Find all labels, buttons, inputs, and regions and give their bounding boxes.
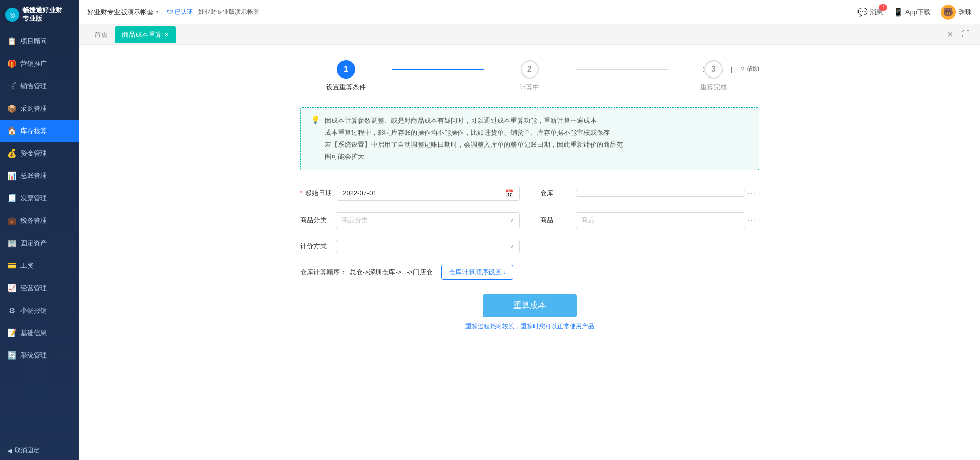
account-name: 好业财专业版演示帐套 [87, 8, 154, 17]
shield-icon: 🛡 [167, 9, 173, 16]
basic-icon: 📝 [7, 328, 16, 338]
submit-area: 重算成本 重算过程耗时较长，重算时您可以正常使用产品 [300, 294, 760, 331]
sidebar-item-operation[interactable]: 📈 经营管理 [0, 277, 79, 299]
step-1-circle: 1 [337, 60, 355, 79]
start-date-input[interactable]: 2022-07-01 📅 [337, 186, 519, 201]
form-row-3: 计价方式 ∨ [300, 240, 760, 253]
verified-label: 已认证 [175, 8, 193, 16]
expense-icon: ⚙ [7, 306, 16, 315]
logo-title: 畅捷通好业财 [22, 6, 62, 15]
close-window-icon[interactable]: ✕ [945, 29, 955, 40]
sidebar-item-accounting[interactable]: 📊 总账管理 [0, 165, 79, 187]
logo-text: 畅捷通好业财 专业版 [22, 6, 62, 23]
logo-subtitle: 专业版 [22, 15, 62, 23]
app-download-btn[interactable]: 📱 App下载 [893, 7, 930, 17]
submit-btn[interactable]: 重算成本 [483, 294, 577, 317]
category-field: 商品分类 商品分类 ∨ [300, 212, 520, 228]
warehouse-field: 仓库 ··· [540, 189, 760, 198]
sales-icon: 🛒 [7, 82, 16, 91]
notice-text: 因成本计算参数调整、或是对商品成本有疑问时，可以通过成本重算功能，重新计算一遍成… [325, 115, 623, 163]
logo-icon: ◎ [5, 8, 19, 22]
sidebar-item-label: 小畅报销 [20, 306, 47, 315]
calc-order-row: 仓库计算顺序： 总仓->深圳仓库->...->门店仓 仓库计算顺序设置 › [300, 265, 760, 280]
sidebar-item-basic[interactable]: 📝 基础信息 [0, 322, 79, 344]
page-content: 1 设置重算条件 2 计算中 3 重算完成 [79, 45, 980, 460]
tab-controls: ✕ ⛶ [945, 29, 972, 40]
submit-hint: 重算过程耗时较长，重算时您可以正常使用产品 [465, 322, 594, 331]
sidebar-item-label: 税务管理 [20, 216, 47, 225]
message-btn[interactable]: 💬 消息 1 [857, 7, 883, 17]
topbar-account[interactable]: 好业财专业版演示帐套 ▾ [87, 8, 159, 17]
salary-icon: 💳 [7, 261, 16, 270]
category-select[interactable]: 商品分类 ∨ [336, 212, 520, 228]
sidebar-item-invoice[interactable]: 🧾 发票管理 [0, 187, 79, 210]
step-2: 2 计算中 [484, 60, 576, 92]
category-label: 商品分类 [300, 216, 331, 225]
sidebar-item-salary[interactable]: 💳 工资 [0, 254, 79, 277]
unpin-label: 取消固定 [15, 446, 39, 455]
warehouse-dots-btn[interactable]: ··· [745, 189, 759, 198]
product-dots-btn[interactable]: ··· [745, 216, 759, 225]
tab-home-label: 首页 [94, 30, 108, 39]
sidebar-item-finance[interactable]: 💰 资金管理 [0, 142, 79, 165]
topbar-left: 好业财专业版演示帐套 ▾ 🛡 已认证 好业财专业版演示帐套 [87, 8, 857, 17]
unpin-icon: ◀ [7, 447, 12, 454]
help-divider: | [731, 65, 732, 73]
sidebar-item-label: 经营管理 [20, 284, 47, 293]
topbar-user[interactable]: 🐻 珠珠 [941, 5, 972, 20]
help-link[interactable]: ? 帮助 [741, 64, 759, 73]
sidebar-item-label: 销售管理 [20, 82, 47, 91]
category-arrow-icon: ∨ [510, 217, 514, 223]
step-2-label: 计算中 [520, 83, 540, 92]
tab-cost-recalc[interactable]: 商品成本重算 × [115, 26, 176, 43]
start-date-value: 2022-07-01 [342, 189, 377, 197]
tax-icon: 💼 [7, 216, 16, 225]
start-date-field: * 起始日期 2022-07-01 📅 [300, 186, 520, 201]
sidebar-item-label: 采购管理 [20, 104, 47, 113]
topbar-verified: 🛡 已认证 [167, 8, 193, 16]
step-1-label: 设置重算条件 [326, 83, 366, 92]
marketing-icon: 🎁 [7, 59, 16, 68]
product-input[interactable]: 商品 [576, 212, 746, 228]
pricing-field: 计价方式 ∨ [300, 240, 520, 253]
warehouse-input[interactable] [576, 190, 746, 197]
product-placeholder: 商品 [581, 216, 595, 225]
sidebar-item-marketing[interactable]: 🎁 营销推广 [0, 53, 79, 75]
message-icon: 💬 [857, 7, 868, 17]
main-area: 好业财专业版演示帐套 ▾ 🛡 已认证 好业财专业版演示帐套 💬 消息 1 📱 A… [79, 0, 980, 460]
calc-order-btn-label: 仓库计算顺序设置 [449, 268, 502, 277]
system-icon: 🔄 [7, 351, 16, 360]
username: 珠珠 [959, 8, 972, 17]
start-date-label: * 起始日期 [300, 189, 332, 198]
sidebar-unpin[interactable]: ◀ 取消固定 [0, 441, 79, 460]
form-container: 1 设置重算条件 2 计算中 3 重算完成 [300, 60, 760, 331]
sidebar-item-project[interactable]: 📋 项目顾问 [0, 30, 79, 53]
expand-icon[interactable]: ⛶ [960, 29, 972, 40]
product-field: 商品 商品 ··· [540, 212, 760, 228]
sidebar-item-sales[interactable]: 🛒 销售管理 [0, 75, 79, 97]
sidebar-item-label: 发票管理 [20, 194, 47, 203]
operation-icon: 📈 [7, 284, 16, 293]
assets-icon: 🏢 [7, 239, 16, 248]
step-3-label: 重算完成 [700, 83, 727, 92]
sidebar-item-purchase[interactable]: 📦 采购管理 [0, 97, 79, 120]
step-3-circle: 3 [704, 60, 723, 79]
sidebar-item-assets[interactable]: 🏢 固定资产 [0, 232, 79, 254]
calc-order-arrow-icon: › [504, 269, 506, 275]
tab-close-icon[interactable]: × [165, 31, 168, 38]
notice-line-3: 若【系统设置】中启用了自动调整记账日期时，会调整入库单的整单记账日期，因此重新计… [325, 139, 623, 150]
sidebar-item-tax[interactable]: 💼 税务管理 [0, 210, 79, 232]
tab-home[interactable]: 首页 [87, 26, 115, 43]
pricing-select[interactable]: ∨ [336, 240, 520, 253]
project-icon: 📋 [7, 37, 16, 46]
sidebar-item-expense[interactable]: ⚙ 小畅报销 [0, 299, 79, 322]
tabbar: 首页 商品成本重算 × ✕ ⛶ [79, 24, 980, 45]
sidebar-item-inventory[interactable]: 🏠 库存核算 [0, 120, 79, 142]
category-placeholder: 商品分类 [341, 216, 368, 225]
calendar-icon[interactable]: 📅 [505, 189, 514, 197]
dropdown-arrow-icon: ▾ [156, 9, 159, 15]
topbar-right: 💬 消息 1 📱 App下载 🐻 珠珠 [857, 5, 972, 20]
calc-order-settings-btn[interactable]: 仓库计算顺序设置 › [441, 265, 513, 280]
sidebar-item-system[interactable]: 🔄 系统管理 [0, 344, 79, 367]
pricing-label: 计价方式 [300, 242, 331, 251]
